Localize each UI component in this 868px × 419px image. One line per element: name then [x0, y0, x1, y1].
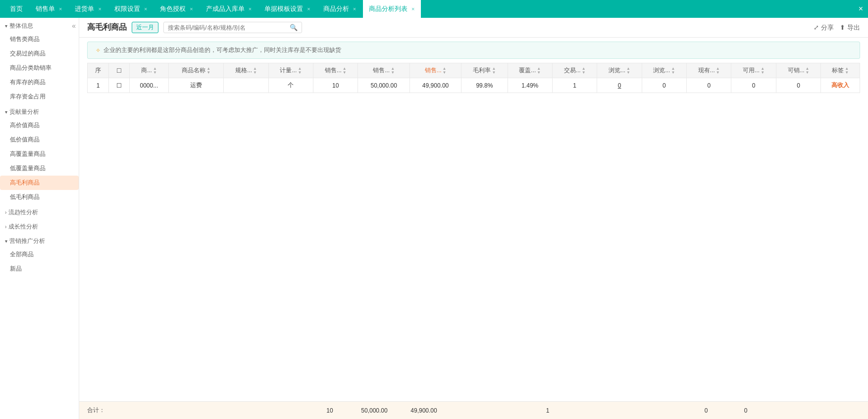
sidebar-collapse-btn[interactable]: « — [72, 22, 76, 30]
cell-available: 0 — [731, 78, 776, 93]
sidebar-item-category-rate[interactable]: 商品分类助销率 — [0, 61, 79, 75]
nav-role[interactable]: 角色授权 × — [154, 0, 199, 18]
col-browse2[interactable]: 浏览... ▲▼ — [642, 63, 686, 78]
sort-icon: ▲▼ — [153, 67, 157, 75]
sort-icon: ▲▼ — [582, 67, 586, 75]
footer-sales3: 49,900.00 — [399, 407, 449, 414]
sort-icon: ▲▼ — [443, 67, 447, 75]
close-icon[interactable]: × — [144, 6, 147, 12]
col-coverage[interactable]: 覆盖... ▲▼ — [508, 63, 552, 78]
col-code[interactable]: 商... ▲▼ — [129, 63, 169, 78]
share-icon: ⤢ — [814, 24, 819, 31]
sidebar-group-overall[interactable]: ▾ 整体信息 — [0, 18, 79, 32]
sort-icon: ▲▼ — [626, 67, 630, 75]
table-container[interactable]: 序 ☐ 商... ▲▼ 商品名称 ▲▼ — [79, 63, 868, 401]
close-all-tabs[interactable]: × — [859, 4, 863, 13]
cell-browse2: 0 — [642, 78, 686, 93]
col-spec[interactable]: 规格... ▲▼ — [224, 63, 268, 78]
col-gross[interactable]: 毛利率 ▲▼ — [461, 63, 508, 78]
col-tag[interactable]: 标签 ▲▼ — [821, 63, 860, 78]
col-sellable[interactable]: 可销... ▲▼ — [776, 63, 820, 78]
sidebar-group-marketing[interactable]: ▾ 营销推广分析 — [0, 233, 79, 247]
footer-trade: 1 — [528, 407, 567, 414]
sidebar-item-high-coverage[interactable]: 高覆盖量商品 — [0, 147, 79, 161]
cell-trade: 1 — [552, 78, 597, 93]
col-available[interactable]: 可用... ▲▼ — [731, 63, 776, 78]
cell-unit: 个 — [268, 78, 313, 93]
sidebar-item-stock-funds[interactable]: 库存资金占用 — [0, 90, 79, 104]
col-trade[interactable]: 交易... ▲▼ — [552, 63, 597, 78]
close-icon[interactable]: × — [59, 6, 62, 12]
cell-sales2: 50,000.00 — [358, 78, 409, 93]
col-sales1[interactable]: 销售... ▲▼ — [313, 63, 358, 78]
export-icon: ⬆ — [840, 24, 845, 31]
col-sales3[interactable]: 销售... ▲▼ — [409, 63, 461, 78]
sidebar-item-high-value[interactable]: 高价值商品 — [0, 118, 79, 133]
sidebar-item-traded-goods[interactable]: 交易过的商品 — [0, 47, 79, 61]
footer-sellable: 0 — [726, 407, 766, 414]
chevron-down-icon: ▾ — [5, 238, 7, 244]
tip-icon: ✧ — [96, 47, 101, 54]
cell-sales3: 49,900.00 — [409, 78, 461, 93]
col-sales2[interactable]: 销售... ▲▼ — [358, 63, 409, 78]
nav-purchase[interactable]: 进货单 × — [69, 0, 107, 18]
sort-icon: ▲▼ — [298, 67, 302, 75]
footer-sales1: 10 — [310, 407, 350, 414]
search-input[interactable] — [168, 24, 287, 31]
close-icon[interactable]: × — [353, 6, 356, 12]
content-area: 高毛利商品 近一月 🔍 ⤢ 分享 ⬆ 导出 ✧ 企业的主要的利润都是这部分商品创… — [79, 18, 868, 419]
nav-permission[interactable]: 权限设置 × — [108, 0, 153, 18]
period-filter-btn[interactable]: 近一月 — [132, 22, 158, 33]
close-icon[interactable]: × — [98, 6, 101, 12]
col-current[interactable]: 现有... ▲▼ — [687, 63, 731, 78]
nav-sales-order[interactable]: 销售单 × — [30, 0, 68, 18]
sort-icon: ▲▼ — [492, 67, 496, 75]
sidebar: « ▾ 整体信息 销售类商品 交易过的商品 商品分类助销率 有库存的商品 库存资… — [0, 18, 79, 419]
close-icon[interactable]: × — [190, 6, 193, 12]
sidebar-item-all-goods[interactable]: 全部商品 — [0, 247, 79, 262]
footer-sales2: 50,000.00 — [350, 407, 399, 414]
col-name[interactable]: 商品名称 ▲▼ — [169, 63, 224, 78]
cell-coverage: 1.49% — [508, 78, 552, 93]
nav-analysis[interactable]: 商品分析 × — [317, 0, 362, 18]
sidebar-group-contribution[interactable]: ▾ 贡献量分析 — [0, 104, 79, 118]
col-browse1[interactable]: 浏览... ▲▼ — [597, 63, 642, 78]
chevron-down-icon: ▾ — [5, 109, 7, 115]
chevron-down-icon: ▾ — [5, 23, 7, 29]
sidebar-item-low-value[interactable]: 低价值商品 — [0, 133, 79, 147]
tip-text: 企业的主要的利润都是这部分商品创造的，可考虑加大推广，同时关注库存是不要出现缺货 — [103, 46, 341, 54]
nav-template[interactable]: 单据模板设置 × — [258, 0, 316, 18]
sidebar-group-growth[interactable]: › 成长性分析 — [0, 219, 79, 233]
nav-product-in[interactable]: 产成品入库单 × — [200, 0, 257, 18]
sidebar-item-low-coverage[interactable]: 低覆盖量商品 — [0, 161, 79, 176]
sort-icon: ▲▼ — [206, 67, 210, 75]
close-icon[interactable]: × — [249, 6, 252, 12]
sidebar-item-new-goods[interactable]: 新品 — [0, 262, 79, 276]
close-icon[interactable]: × — [307, 6, 310, 12]
col-unit[interactable]: 计量... ▲▼ — [268, 63, 313, 78]
page-title: 高毛利商品 — [87, 22, 127, 33]
sort-icon: ▲▼ — [806, 67, 810, 75]
sort-icon: ▲▼ — [253, 67, 257, 75]
sidebar-item-sales-goods[interactable]: 销售类商品 — [0, 32, 79, 47]
total-label: 合计： — [87, 406, 127, 415]
search-box: 🔍 — [163, 22, 302, 33]
sort-icon: ▲▼ — [716, 67, 720, 75]
nav-home[interactable]: 首页 — [4, 0, 29, 18]
cell-tag: 高收入 — [821, 78, 860, 93]
sort-icon: ▲▼ — [671, 67, 675, 75]
share-btn[interactable]: ⤢ 分享 — [814, 23, 834, 32]
cell-browse1[interactable]: 0 — [597, 78, 642, 93]
export-btn[interactable]: ⬆ 导出 — [840, 23, 860, 32]
cell-sellable: 0 — [776, 78, 820, 93]
sidebar-item-low-margin[interactable]: 低毛利商品 — [0, 190, 79, 204]
search-icon[interactable]: 🔍 — [290, 24, 298, 31]
nav-analysis-list[interactable]: 商品分析列表 × — [363, 0, 420, 18]
sidebar-item-in-stock[interactable]: 有库存的商品 — [0, 75, 79, 90]
col-checkbox[interactable]: ☐ — [109, 63, 130, 78]
cell-checkbox[interactable]: ☐ — [109, 78, 130, 93]
sidebar-item-high-margin[interactable]: 高毛利商品 — [0, 176, 79, 190]
sidebar-group-trend[interactable]: › 流趋性分析 — [0, 204, 79, 219]
close-icon[interactable]: × — [411, 6, 414, 12]
cell-sales1: 10 — [313, 78, 358, 93]
